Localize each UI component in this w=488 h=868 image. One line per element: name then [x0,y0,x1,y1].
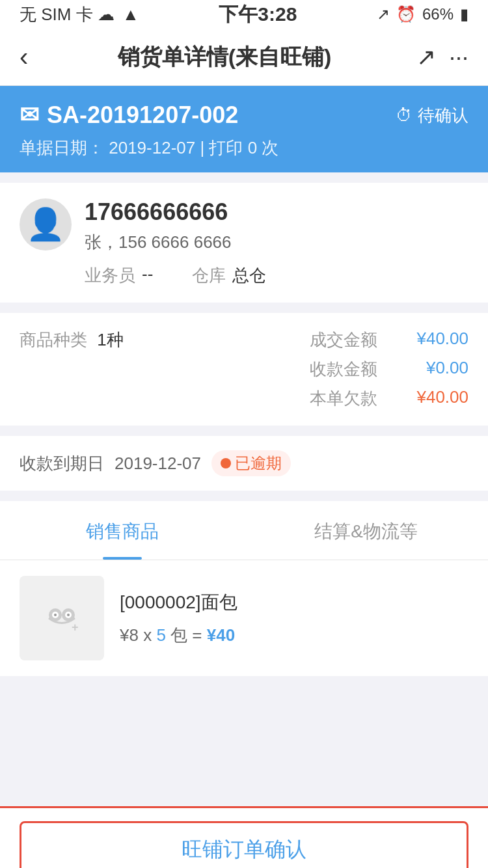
due-date-section: 收款到期日 2019-12-07 已逾期 [0,436,488,491]
owed-value: ¥40.00 [390,387,468,410]
amount-label: 成交金额 [310,329,377,351]
warehouse-info: 仓库 总仓 [192,264,266,287]
price-equals: = [192,625,206,645]
price-multiply: x [143,625,156,645]
goods-type-label: 商品种类 [20,330,87,349]
back-button[interactable]: ‹ [20,42,59,72]
order-icon: ✉ [20,102,39,129]
received-value: ¥0.00 [390,358,468,381]
svg-point-5 [67,614,70,616]
goods-type-value: 1种 [97,330,123,349]
tabs-section: 销售商品 结算&物流等 + [0000002]面包 ¥8 x [0,501,488,676]
date-value: 2019-12-07 [109,138,195,157]
battery-icon: ▮ [460,5,468,23]
svg-text:+: + [72,621,79,634]
overdue-text: 已逾期 [235,453,282,474]
sales-rep-label: 业务员 [85,264,135,287]
header-card: ✉ SA-20191207-002 ⏱ 待确认 单据日期： 2019-12-07… [0,86,488,172]
page-title: 销货单详情(来自旺铺) [59,42,390,72]
customer-meta: 业务员 -- 仓库 总仓 [85,264,468,287]
owed-row: 本单欠款 ¥40.00 [310,387,468,410]
sales-rep-value: -- [142,264,153,287]
more-icon[interactable]: ··· [449,44,468,71]
confirm-button-wrapper: 旺铺订单确认 [0,806,488,868]
warehouse-value: 总仓 [232,264,266,287]
print-label: | 打印 0 次 [200,138,278,157]
status-bar: 无 SIM 卡 ☁ ▲ 下午3:28 ↗ ⏰ 66% ▮ [0,0,488,29]
product-thumbnail: + [20,576,104,660]
overdue-dot-icon [221,458,231,468]
share-icon[interactable]: ↗ [416,44,436,71]
tabs: 销售商品 结算&物流等 [0,501,488,560]
battery-display: 66% [422,5,454,23]
status-text: 待确认 [418,104,468,127]
amount-value: ¥40.00 [390,329,468,351]
product-item: + [0000002]面包 ¥8 x 5 包 = ¥40 [0,560,488,676]
header-card-top: ✉ SA-20191207-002 ⏱ 待确认 [20,102,468,129]
order-date: 单据日期： 2019-12-07 | 打印 0 次 [20,137,468,159]
summary-section: 商品种类 1种 成交金额 ¥40.00 收款金额 ¥0.00 本单欠款 ¥40.… [0,313,488,426]
due-date-value: 2019-12-07 [115,454,201,474]
overdue-badge: 已逾期 [211,450,291,476]
nav-bar: ‹ 销货单详情(来自旺铺) ↗ ··· [0,29,488,86]
product-logo-svg: + [36,599,88,638]
status-bar-right: ↗ ⏰ 66% ▮ [377,5,468,23]
confirm-order-button[interactable]: 旺铺订单确认 [20,821,468,868]
tab-sales[interactable]: 销售商品 [0,501,244,560]
alarm-icon: ⏰ [396,5,416,23]
time-display: 下午3:28 [219,1,297,28]
confirm-button-label: 旺铺订单确认 [182,835,306,864]
customer-details: 17666666666 张，156 6666 6666 业务员 -- 仓库 总仓 [85,198,468,287]
amount-row: 成交金额 ¥40.00 [310,329,468,351]
location-icon: ↗ [377,5,390,23]
order-id-text: SA-20191207-002 [47,102,238,129]
status-clock-icon: ⏱ [396,105,413,126]
quantity-value: 5 [156,625,165,645]
customer-section: 👤 17666666666 张，156 6666 6666 业务员 -- 仓库 … [0,183,488,303]
product-name: [0000002]面包 [120,590,468,615]
sim-status: 无 SIM 卡 ☁ [20,3,115,26]
price-per-unit: ¥8 [120,625,139,645]
svg-point-4 [54,614,57,616]
tab-settlement-label: 结算&物流等 [314,521,418,541]
wifi-icon: ▲ [122,5,139,25]
avatar: 👤 [20,198,72,251]
product-price: ¥8 x 5 包 = ¥40 [120,624,468,647]
sales-rep-info: 业务员 -- [85,264,153,287]
received-row: 收款金额 ¥0.00 [310,358,468,381]
order-status: ⏱ 待确认 [396,104,468,127]
customer-name: 张，156 6666 6666 [85,231,468,254]
customer-info: 👤 17666666666 张，156 6666 6666 业务员 -- 仓库 … [20,198,468,287]
owed-label: 本单欠款 [310,387,377,410]
order-id: ✉ SA-20191207-002 [20,102,238,129]
status-bar-left: 无 SIM 卡 ☁ ▲ [20,3,139,26]
avatar-icon: 👤 [26,206,65,243]
received-label: 收款金额 [310,358,377,381]
tab-settlement[interactable]: 结算&物流等 [244,501,488,560]
date-label: 单据日期： [20,138,104,157]
empty-area [0,676,488,806]
nav-actions: ↗ ··· [390,44,468,71]
warehouse-label: 仓库 [192,264,226,287]
product-info: [0000002]面包 ¥8 x 5 包 = ¥40 [120,590,468,647]
unit-label: 包 [170,625,187,645]
tab-sales-label: 销售商品 [86,521,159,541]
customer-phone: 17666666666 [85,198,468,226]
goods-type-info: 商品种类 1种 [20,329,124,351]
financial-summary: 成交金额 ¥40.00 收款金额 ¥0.00 本单欠款 ¥40.00 [310,329,468,410]
due-date-label: 收款到期日 [20,452,104,475]
price-total: ¥40 [207,625,235,645]
